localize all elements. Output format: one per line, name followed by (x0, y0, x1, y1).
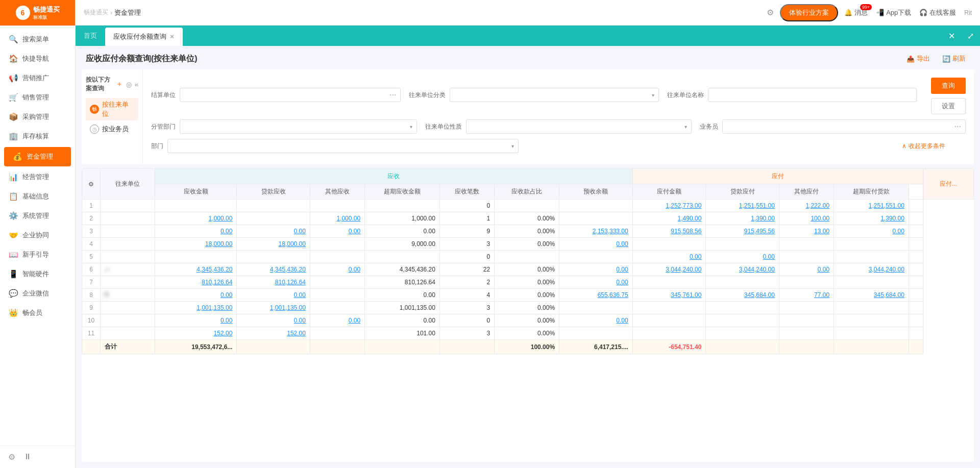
row-cell[interactable]: 0.00 (310, 225, 364, 238)
unit-name-input[interactable] (708, 88, 917, 102)
collapse-more-button[interactable]: ∧ 收起更多条件 (902, 140, 966, 153)
row-cell[interactable] (834, 302, 909, 314)
row-cell[interactable] (559, 212, 633, 225)
sidebar-item-system[interactable]: ⚙️ 系统管理 (0, 206, 75, 226)
collapse-scheme-icon[interactable]: « (135, 81, 138, 88)
row-cell[interactable] (779, 302, 834, 314)
app-download-button[interactable]: 📲 App下载 (876, 8, 911, 17)
row-cell[interactable]: 0.00 (155, 289, 237, 302)
table-settings-icon[interactable]: ⚙ (88, 181, 94, 188)
row-cell[interactable]: 0.00 (310, 314, 364, 327)
row-cell[interactable] (632, 302, 706, 314)
row-cell[interactable] (834, 251, 909, 263)
row-cell[interactable]: 4,345,436.20 (237, 263, 310, 276)
row-cell[interactable] (310, 327, 364, 340)
row-cell[interactable] (779, 314, 834, 327)
row-cell[interactable]: 1,490.00 (632, 212, 706, 225)
dept2-select[interactable]: ▾ (167, 139, 519, 153)
row-cell[interactable] (834, 276, 909, 289)
query-button[interactable]: 查询 (931, 78, 966, 94)
scheme-by-unit[interactable]: 畅 按往来单位 (86, 98, 138, 120)
row-cell[interactable]: 1,251,551.00 (706, 200, 779, 212)
row-cell[interactable] (310, 200, 364, 212)
sidebar-item-search[interactable]: 🔍 搜索菜单 (0, 30, 75, 49)
row-cell[interactable]: 0.00 (237, 314, 310, 327)
row-cell[interactable] (834, 314, 909, 327)
settlement-unit-input[interactable]: ··· (180, 88, 401, 102)
unit-nature-select[interactable]: ▾ (466, 119, 691, 134)
row-cell[interactable]: 1,000.00 (310, 212, 364, 225)
row-cell[interactable] (155, 200, 237, 212)
sidebar-item-member[interactable]: 👑 畅会员 (0, 303, 75, 323)
tab-close-all-button[interactable]: ✕ (942, 31, 961, 41)
row-cell[interactable] (559, 200, 633, 212)
row-cell[interactable] (706, 302, 779, 314)
row-cell[interactable]: 1,251,551.00 (834, 200, 909, 212)
row-cell[interactable]: 1,252,773.00 (632, 200, 706, 212)
department-select[interactable]: ▾ (180, 119, 417, 134)
row-cell[interactable]: 810,126.64 (237, 276, 310, 289)
sidebar-item-basic[interactable]: 📋 基础信息 (0, 187, 75, 206)
row-cell[interactable]: 0.00 (834, 225, 909, 238)
row-cell[interactable]: 18,000.00 (155, 238, 237, 251)
row-cell[interactable] (632, 314, 706, 327)
row-cell[interactable]: 1,222.00 (779, 200, 834, 212)
row-cell[interactable] (310, 302, 364, 314)
row-cell[interactable] (632, 276, 706, 289)
tab-maximize-button[interactable]: ⤢ (961, 31, 980, 41)
tab-home[interactable]: 首页 (76, 26, 105, 46)
user-profile[interactable]: Rit (964, 9, 972, 16)
row-cell[interactable]: 1,001,135.00 (237, 302, 310, 314)
row-cell[interactable]: 915,495.56 (706, 225, 779, 238)
sidebar-item-marketing[interactable]: 📢 营销推广 (0, 68, 75, 88)
online-service-button[interactable]: 🎧 在线客服 (919, 8, 956, 17)
row-cell[interactable] (559, 302, 633, 314)
row-cell[interactable]: 1,390.00 (706, 212, 779, 225)
sidebar-item-wechat[interactable]: 💬 企业微信 (0, 284, 75, 303)
row-cell[interactable]: 0.00 (559, 263, 633, 276)
row-cell[interactable] (559, 251, 633, 263)
row-cell[interactable] (155, 251, 237, 263)
settings-footer-icon[interactable]: ⚙ (8, 452, 15, 462)
message-button[interactable]: 🔔 消息 99+ (844, 8, 868, 17)
row-cell[interactable] (779, 238, 834, 251)
row-cell[interactable]: 0.00 (237, 289, 310, 302)
row-cell[interactable]: 0.00 (559, 276, 633, 289)
row-cell[interactable] (310, 289, 364, 302)
row-cell[interactable] (632, 238, 706, 251)
sidebar-item-operation[interactable]: 📊 经营管理 (0, 167, 75, 187)
row-cell[interactable] (779, 276, 834, 289)
salesperson-select[interactable]: ··· (722, 119, 966, 134)
row-cell[interactable]: 0.00 (310, 263, 364, 276)
row-cell[interactable]: 345,684.00 (706, 289, 779, 302)
row-cell[interactable]: 810,126.64 (155, 276, 237, 289)
row-cell[interactable] (237, 200, 310, 212)
row-cell[interactable] (310, 276, 364, 289)
add-scheme-icon[interactable]: ＋ (116, 80, 123, 89)
sidebar-item-hardware[interactable]: 📱 智能硬件 (0, 264, 75, 284)
row-cell[interactable] (559, 327, 633, 340)
row-cell[interactable]: 345,684.00 (834, 289, 909, 302)
settlement-unit-dots[interactable]: ··· (389, 90, 396, 100)
row-cell[interactable]: 0.00 (237, 225, 310, 238)
tab-ar-ap[interactable]: 应收应付余额查询 ✕ (105, 28, 183, 46)
row-cell[interactable]: 915,508.56 (632, 225, 706, 238)
row-cell[interactable]: 100.00 (779, 212, 834, 225)
collapse-footer-icon[interactable]: ⏸ (23, 452, 32, 462)
tab-close-icon[interactable]: ✕ (169, 33, 175, 40)
row-cell[interactable] (834, 327, 909, 340)
row-cell[interactable] (237, 212, 310, 225)
export-button[interactable]: 📤 导出 (902, 52, 934, 65)
row-cell[interactable] (706, 314, 779, 327)
row-cell[interactable]: 13.00 (779, 225, 834, 238)
row-cell[interactable] (706, 276, 779, 289)
table-scroll[interactable]: ⚙ 往来单位 应收 应付 应付... 应收金额 贷款应收 其他应收 超期应收金额… (82, 168, 974, 462)
row-cell[interactable]: 1,000.00 (155, 212, 237, 225)
row-cell[interactable]: 18,000.00 (237, 238, 310, 251)
row-cell[interactable]: 0.00 (779, 263, 834, 276)
row-cell[interactable] (706, 238, 779, 251)
row-cell[interactable] (310, 251, 364, 263)
sidebar-item-guide[interactable]: 📖 新手引导 (0, 245, 75, 264)
promo-button[interactable]: 体验行业方案 (780, 4, 838, 21)
sidebar-item-collab[interactable]: 🤝 企业协同 (0, 226, 75, 245)
